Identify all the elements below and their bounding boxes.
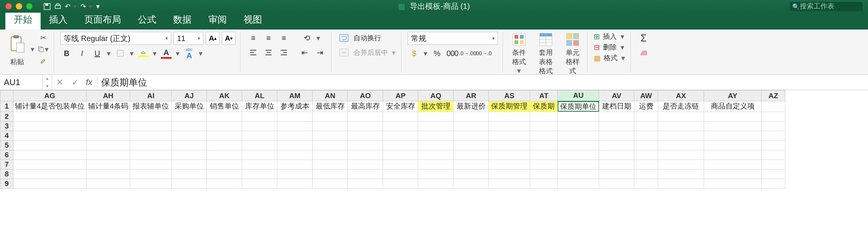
cell[interactable] (762, 101, 785, 112)
cell[interactable] (383, 160, 418, 169)
cell[interactable] (242, 140, 277, 150)
tab-review[interactable]: 审阅 (200, 11, 235, 30)
cell[interactable] (454, 121, 489, 131)
cell[interactable]: 保质期 (530, 101, 558, 112)
column-header[interactable]: AI (130, 91, 172, 101)
copy-button[interactable]: ▾ (38, 44, 49, 54)
cell[interactable] (13, 160, 87, 169)
cell[interactable] (704, 121, 762, 131)
column-header[interactable]: AP (383, 91, 418, 101)
cell[interactable] (86, 179, 130, 188)
row-header[interactable]: 9 (0, 179, 13, 188)
cell[interactable] (86, 121, 130, 131)
cell[interactable]: 安全库存 (383, 101, 418, 112)
enter-formula-button[interactable]: ✓ (67, 77, 83, 87)
cell[interactable]: 运费 (634, 101, 658, 112)
cell[interactable] (558, 112, 599, 121)
cell[interactable] (277, 160, 313, 169)
cell[interactable] (277, 150, 313, 160)
column-header[interactable]: AT (530, 91, 558, 101)
number-format-select[interactable]: 常规▾ (408, 32, 498, 45)
cell[interactable] (348, 169, 383, 179)
bold-button[interactable]: B (60, 47, 73, 59)
cell[interactable] (530, 179, 558, 188)
cell[interactable] (418, 169, 454, 179)
cell[interactable] (86, 160, 130, 169)
cell[interactable] (489, 150, 530, 160)
cell[interactable] (172, 160, 207, 169)
column-header[interactable]: AG (13, 91, 87, 101)
increase-indent-button[interactable]: ⇥ (313, 46, 326, 59)
cell[interactable] (242, 169, 277, 179)
cell[interactable] (599, 169, 634, 179)
cell[interactable] (242, 179, 277, 188)
cell[interactable]: 商品自定义项 (704, 101, 762, 112)
cell[interactable] (658, 121, 704, 131)
cell[interactable] (658, 160, 704, 169)
fill-color-dropdown[interactable]: ▾ (152, 49, 157, 58)
cell[interactable] (634, 121, 658, 131)
cell[interactable] (454, 112, 489, 121)
cell[interactable] (599, 131, 634, 140)
cell[interactable] (762, 160, 785, 169)
cell[interactable] (530, 169, 558, 179)
cell[interactable] (277, 179, 313, 188)
cell[interactable]: 保质期管理 (489, 101, 530, 112)
column-header[interactable]: AV (599, 91, 634, 101)
cell[interactable] (313, 131, 348, 140)
cell[interactable] (418, 179, 454, 188)
cell[interactable] (704, 131, 762, 140)
cell[interactable] (313, 121, 348, 131)
row-header[interactable]: 3 (0, 121, 13, 131)
cell[interactable] (634, 160, 658, 169)
cell[interactable] (558, 121, 599, 131)
underline-button[interactable]: U (91, 47, 104, 59)
cell[interactable] (86, 131, 130, 140)
cell[interactable] (558, 160, 599, 169)
clear-button[interactable] (637, 46, 650, 59)
tab-insert[interactable]: 插入 (41, 11, 76, 30)
cell[interactable] (383, 169, 418, 179)
cell[interactable] (13, 179, 87, 188)
cell[interactable] (489, 121, 530, 131)
cell[interactable] (658, 179, 704, 188)
cell[interactable] (130, 112, 172, 121)
cell[interactable]: 最高库存 (348, 101, 383, 112)
align-left-button[interactable] (247, 46, 260, 59)
increase-font-button[interactable]: A▴ (206, 32, 219, 45)
cell[interactable] (489, 169, 530, 179)
cell[interactable] (130, 160, 172, 169)
column-header[interactable]: AZ (762, 91, 785, 101)
cell[interactable]: 采购单位 (172, 101, 207, 112)
cell[interactable] (130, 179, 172, 188)
cell[interactable] (130, 169, 172, 179)
cell[interactable] (383, 140, 418, 150)
cell[interactable] (172, 179, 207, 188)
currency-button[interactable]: $ (408, 47, 421, 59)
orientation-button[interactable]: ⟲ (300, 32, 313, 44)
cell[interactable] (348, 179, 383, 188)
name-box-spinner[interactable]: ▲▼ (43, 75, 52, 90)
cell[interactable] (348, 150, 383, 160)
close-window-button[interactable] (5, 3, 12, 10)
row-header[interactable]: 1 (0, 101, 13, 112)
cell[interactable] (418, 150, 454, 160)
cell[interactable] (86, 140, 130, 150)
align-middle-button[interactable]: ≡ (262, 32, 275, 44)
align-top-button[interactable]: ≡ (247, 32, 260, 44)
cell[interactable] (13, 169, 87, 179)
cell[interactable] (558, 131, 599, 140)
percent-button[interactable]: % (431, 47, 444, 59)
cell[interactable] (454, 169, 489, 179)
cell[interactable] (599, 160, 634, 169)
cell[interactable] (762, 169, 785, 179)
cell[interactable] (704, 179, 762, 188)
cell[interactable] (658, 131, 704, 140)
cell[interactable] (207, 150, 242, 160)
search-input[interactable] (790, 2, 863, 11)
row-header[interactable]: 5 (0, 140, 13, 150)
cell[interactable] (762, 112, 785, 121)
cell[interactable] (207, 169, 242, 179)
orientation-dropdown[interactable]: ▾ (316, 34, 321, 43)
underline-dropdown[interactable]: ▾ (106, 49, 111, 58)
